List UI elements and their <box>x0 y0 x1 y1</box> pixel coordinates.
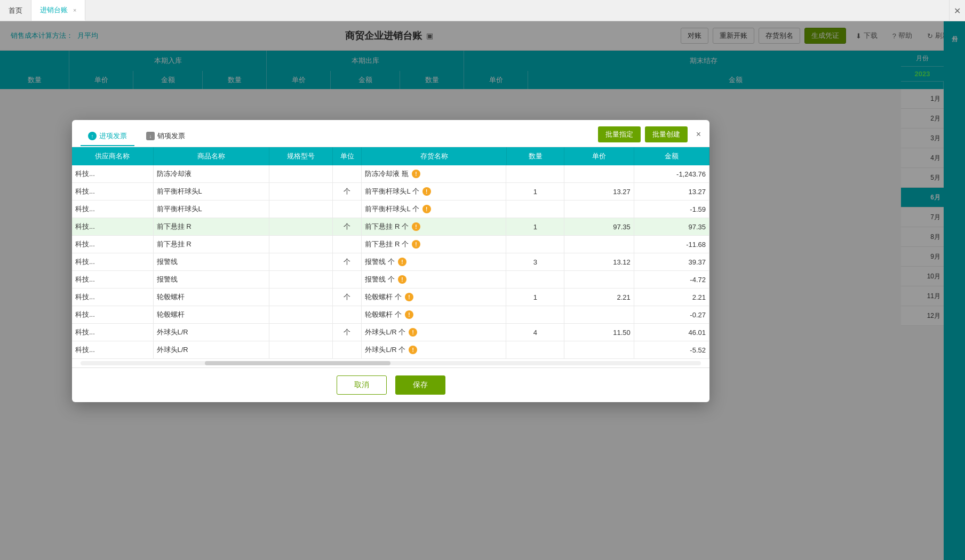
cell-unit: 个 <box>333 218 362 236</box>
cell-price <box>564 271 634 289</box>
cell-qty <box>506 306 564 324</box>
cell-unit: 个 <box>333 289 362 306</box>
outgoing-tab-icon: ↓ <box>146 132 155 140</box>
incoming-tab-icon: ↑ <box>88 132 97 140</box>
cell-inventory: 外球头L/R 个! <box>362 341 506 358</box>
table-row[interactable]: 科技...报警线报警线 个!-4.72 <box>72 271 709 289</box>
cell-unit: 个 <box>333 324 362 341</box>
scrollbar-thumb[interactable] <box>205 361 391 365</box>
warning-icon: ! <box>405 293 413 301</box>
modal-header-actions: 批量指定 批量创建 × <box>598 126 701 147</box>
cell-qty: 1 <box>506 218 564 236</box>
cell-inventory: 前下悬挂 R 个! <box>362 236 506 253</box>
window-close-button[interactable]: ✕ <box>949 0 965 21</box>
cell-qty: 1 <box>506 289 564 306</box>
col-price: 单价 <box>564 147 634 165</box>
cell-spec <box>269 165 332 183</box>
tab-home[interactable]: 首页 <box>0 0 31 21</box>
modal-dialog: ↑ 进项发票 ↓ 销项发票 批量指定 批量创建 × 供应商名称 商品名称 规 <box>72 120 709 402</box>
table-header-row: 供应商名称 商品名称 规格型号 单位 存货名称 数量 单价 金额 <box>72 147 709 165</box>
cell-inventory: 防冻冷却液 瓶! <box>362 165 506 182</box>
table-row[interactable]: 科技...前下悬挂 R前下悬挂 R 个!-11.68 <box>72 236 709 253</box>
cell-supplier: 科技... <box>72 341 153 359</box>
batch-assign-button[interactable]: 批量指定 <box>598 126 641 142</box>
horizontal-scrollbar[interactable] <box>81 361 701 365</box>
warning-icon: ! <box>422 205 431 213</box>
tab-bar: 首页 进销台账 × ✕ <box>0 0 965 21</box>
cell-amount: -1.59 <box>634 201 709 218</box>
cell-product: 外球头L/R <box>153 324 269 341</box>
cell-price: 97.35 <box>564 218 634 236</box>
warning-icon: ! <box>398 275 406 284</box>
cell-inventory: 前平衡杆球头L 个! <box>362 183 506 200</box>
table-row[interactable]: 科技...前平衡杆球头L前平衡杆球头L 个!-1.59 <box>72 201 709 218</box>
cell-unit: 个 <box>333 183 362 201</box>
cell-spec <box>269 289 332 306</box>
cell-qty: 3 <box>506 253 564 271</box>
cell-supplier: 科技... <box>72 183 153 201</box>
warning-icon: ! <box>409 328 417 337</box>
cell-inventory: 外球头L/R 个! <box>362 324 506 341</box>
modal-table-wrapper[interactable]: 供应商名称 商品名称 规格型号 单位 存货名称 数量 单价 金额 科技...防冻… <box>72 147 709 359</box>
cell-unit <box>333 236 362 253</box>
cell-unit <box>333 271 362 289</box>
cell-price: 13.27 <box>564 183 634 201</box>
cell-qty <box>506 236 564 253</box>
warning-icon: ! <box>412 222 420 231</box>
col-amount: 金额 <box>634 147 709 165</box>
cell-qty <box>506 201 564 218</box>
table-row[interactable]: 科技...防冻冷却液防冻冷却液 瓶!-1,243.76 <box>72 165 709 183</box>
tab-incoming-invoice[interactable]: ↑ 进项发票 <box>81 127 134 146</box>
cell-amount: -0.27 <box>634 306 709 324</box>
cell-supplier: 科技... <box>72 236 153 253</box>
cell-amount: -1,243.76 <box>634 165 709 183</box>
col-product: 商品名称 <box>153 147 269 165</box>
cell-product: 前下悬挂 R <box>153 236 269 253</box>
cell-amount: 13.27 <box>634 183 709 201</box>
batch-create-button[interactable]: 批量创建 <box>645 126 688 142</box>
cell-inventory: 轮毂螺杆 个! <box>362 306 506 323</box>
col-inventory: 存货名称 <box>362 147 506 165</box>
cell-inventory: 报警线 个! <box>362 271 506 288</box>
cell-supplier: 科技... <box>72 289 153 306</box>
invoice-table: 供应商名称 商品名称 规格型号 单位 存货名称 数量 单价 金额 科技...防冻… <box>72 147 709 359</box>
cell-product: 报警线 <box>153 253 269 271</box>
table-row[interactable]: 科技...报警线个报警线 个!313.1239.37 <box>72 253 709 271</box>
modal-close-button[interactable]: × <box>692 130 701 139</box>
warning-icon: ! <box>409 346 417 354</box>
cell-product: 外球头L/R <box>153 341 269 359</box>
cell-price: 11.50 <box>564 324 634 341</box>
save-button[interactable]: 保存 <box>395 375 445 395</box>
cell-price: 13.12 <box>564 253 634 271</box>
cell-qty <box>506 165 564 183</box>
table-row[interactable]: 科技...前平衡杆球头L个前平衡杆球头L 个!113.2713.27 <box>72 183 709 201</box>
cell-amount: 39.37 <box>634 253 709 271</box>
tab-outgoing-invoice[interactable]: ↓ 销项发票 <box>139 127 193 146</box>
table-row[interactable]: 科技...外球头L/R外球头L/R 个!-5.52 <box>72 341 709 359</box>
main-content: 销售成本计算方法： 月平均 商贸企业进销台账 ▣ 对账 重新开账 存货别名 生成… <box>0 21 965 560</box>
cell-supplier: 科技... <box>72 271 153 289</box>
cell-inventory: 前下悬挂 R 个! <box>362 218 506 235</box>
cell-price <box>564 236 634 253</box>
warning-icon: ! <box>412 240 420 249</box>
cell-supplier: 科技... <box>72 201 153 218</box>
table-row[interactable]: 科技...外球头L/R个外球头L/R 个!411.5046.01 <box>72 324 709 341</box>
cell-unit <box>333 341 362 359</box>
cell-price <box>564 201 634 218</box>
warning-icon: ! <box>422 187 431 196</box>
cell-inventory: 前平衡杆球头L 个! <box>362 201 506 218</box>
cell-price <box>564 341 634 359</box>
cell-supplier: 科技... <box>72 165 153 183</box>
tab-ledger[interactable]: 进销台账 × <box>31 0 85 21</box>
warning-icon: ! <box>398 258 406 266</box>
cell-amount: 97.35 <box>634 218 709 236</box>
table-row[interactable]: 科技...轮毂螺杆轮毂螺杆 个!-0.27 <box>72 306 709 324</box>
cell-spec <box>269 324 332 341</box>
cell-price <box>564 165 634 183</box>
table-row[interactable]: 科技...轮毂螺杆个轮毂螺杆 个!12.212.21 <box>72 289 709 306</box>
table-row[interactable]: 科技...前下悬挂 R个前下悬挂 R 个!197.3597.35 <box>72 218 709 236</box>
col-qty: 数量 <box>506 147 564 165</box>
cell-supplier: 科技... <box>72 253 153 271</box>
cancel-button[interactable]: 取消 <box>337 375 387 395</box>
tab-ledger-close[interactable]: × <box>73 7 76 13</box>
